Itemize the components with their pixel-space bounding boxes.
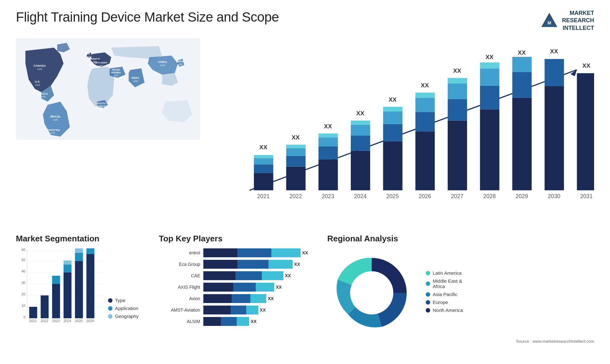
svg-text:XX: XX [518,49,526,56]
svg-rect-113 [41,295,49,318]
svg-text:xx%: xx% [35,84,40,86]
svg-point-131 [350,271,393,314]
player-value: XX [268,296,274,301]
player-name: entrol [159,250,200,255]
svg-rect-58 [383,141,403,191]
svg-rect-68 [448,121,467,191]
svg-text:INDIA: INDIA [132,76,139,79]
main-content: CANADA xx% U.S. xx% MEXICO xx% BRAZIL xx… [16,38,594,231]
player-row: CAE XX [159,271,318,280]
svg-rect-53 [351,151,370,191]
svg-text:2026: 2026 [419,193,431,199]
player-value: XX [251,319,257,324]
svg-rect-73 [480,109,499,190]
svg-text:ARGENTINA: ARGENTINA [45,129,60,131]
svg-text:2025: 2025 [386,193,399,199]
svg-text:U.K.: U.K. [86,52,91,55]
svg-rect-119 [75,261,83,318]
regional-section: Regional Analysis [327,234,594,354]
svg-text:2022: 2022 [289,193,302,199]
svg-rect-64 [415,112,435,131]
svg-rect-80 [512,57,532,72]
svg-text:XX: XX [324,123,332,130]
svg-rect-123 [86,248,94,254]
svg-text:xx%: xx% [37,68,42,71]
svg-text:2029: 2029 [516,193,528,199]
svg-text:XX: XX [389,96,397,103]
player-value: XX [285,273,291,278]
svg-rect-120 [75,253,83,261]
svg-rect-117 [64,265,71,273]
svg-text:60: 60 [22,248,25,252]
player-bar-container: XX [203,306,318,314]
svg-rect-63 [415,131,435,191]
player-name: ALSIM [159,319,200,324]
page-title: Flight Training Device Market Size and S… [16,10,279,25]
regional-title: Regional Analysis [327,234,594,244]
svg-text:40: 40 [22,269,25,273]
player-bar-container: XX [203,317,318,326]
svg-text:20: 20 [22,292,25,296]
svg-text:xx%: xx% [50,131,55,134]
asia-pacific-label: Asia Pacific [433,292,458,297]
svg-text:30: 30 [22,281,25,285]
donut-container: Latin America Middle East &Africa Asia P… [327,248,594,337]
bar-chart-svg: XX XX XX XX [207,38,594,231]
svg-rect-54 [351,136,370,151]
svg-text:10: 10 [22,304,25,307]
svg-rect-85 [577,73,594,191]
segmentation-title: Market Segmentation [16,234,149,244]
player-name: CAE [159,273,200,278]
svg-text:xx%: xx% [99,108,103,110]
player-row: entrol XX [159,248,318,257]
north-america-label: North America [433,307,463,313]
legend-europe: Europe [426,300,463,305]
player-bar [203,283,274,292]
players-list: entrol XX Eca Group [159,248,318,326]
player-value: XX [294,262,300,267]
svg-text:SOUTH: SOUTH [97,102,105,105]
map-section: CANADA xx% U.S. xx% MEXICO xx% BRAZIL xx… [16,38,200,231]
legend-latin-america: Latin America [426,270,463,276]
svg-text:XX: XX [582,62,591,69]
logo-text: MARKET RESEARCH INTELLECT [562,10,594,32]
segmentation-section: Market Segmentation 0 10 20 30 40 50 60 [16,234,149,354]
europe-label: Europe [433,300,448,305]
svg-text:AFRICA: AFRICA [96,105,106,108]
svg-text:CHINA: CHINA [158,60,167,64]
svg-text:XX: XX [485,54,494,60]
latin-america-label: Latin America [433,270,462,276]
svg-text:XX: XX [356,110,364,117]
svg-text:2025: 2025 [75,319,83,323]
legend-north-america: North America [426,307,463,313]
svg-text:xx%: xx% [99,64,103,67]
svg-rect-122 [86,254,94,318]
player-row: Avion XX [159,294,318,303]
legend-application: Application [108,306,139,311]
header: Flight Training Device Market Size and S… [16,10,594,32]
donut-chart [327,248,416,337]
svg-text:2022: 2022 [41,319,48,323]
player-bar-container: XX [203,294,318,303]
svg-rect-74 [480,86,499,110]
svg-text:xx%: xx% [160,64,165,67]
svg-text:xx%: xx% [97,62,101,64]
player-row: Eca Group XX [159,260,318,269]
svg-rect-45 [286,148,306,156]
player-value: XX [276,285,282,290]
svg-text:2021: 2021 [257,193,269,199]
svg-rect-44 [286,156,306,167]
svg-rect-41 [254,155,273,158]
player-row: AXIS Flight XX [159,283,318,292]
player-name: Avion [159,296,200,301]
middle-east-africa-label: Middle East &Africa [433,278,462,289]
svg-text:ARABIA: ARABIA [111,71,121,74]
svg-rect-49 [318,146,338,159]
svg-text:2031: 2031 [580,193,593,199]
player-bar [203,271,283,280]
svg-rect-69 [448,99,467,121]
svg-text:50: 50 [22,258,25,262]
svg-text:JAPAN: JAPAN [176,60,185,63]
chart-section: XX XX XX XX [207,38,594,231]
svg-rect-56 [351,121,370,125]
